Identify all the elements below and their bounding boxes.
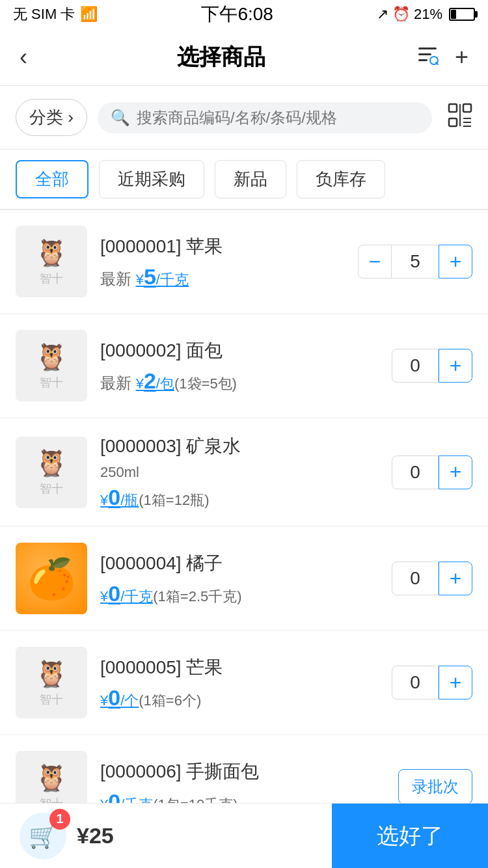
increase-button[interactable]: + [439, 349, 472, 383]
svg-rect-6 [463, 104, 471, 112]
quantity-input[interactable] [392, 666, 439, 699]
product-price: 最新 ¥2/包(1袋=5包) [100, 368, 379, 394]
product-name: [0000001] 苹果 [100, 234, 345, 259]
battery-icon [449, 8, 475, 21]
search-icon: 🔍 [111, 109, 130, 127]
carrier-label: 无 SIM 卡 [13, 5, 75, 24]
confirm-button[interactable]: 选好了 [332, 804, 488, 869]
quantity-control: + [392, 349, 472, 383]
tab-all[interactable]: 全部 [16, 160, 88, 198]
cart-button[interactable]: 1 🛒 [20, 813, 66, 860]
svg-rect-1 [418, 53, 431, 55]
product-name: [0000004] 橘子 [100, 551, 379, 576]
nav-bar: ‹ 选择商品 + [0, 29, 488, 86]
product-name: [0000005] 芒果 [100, 655, 379, 680]
nav-right-actions: + [416, 42, 468, 72]
increase-button[interactable]: + [439, 455, 472, 489]
list-item: 🦉 智十 [0000002] 面包 最新 ¥2/包(1袋=5包) + [0, 314, 488, 417]
product-info: [0000002] 面包 最新 ¥2/包(1袋=5包) [100, 338, 379, 394]
increase-button[interactable]: + [439, 562, 472, 595]
product-info: [0000003] 矿泉水 250ml ¥0/瓶(1箱=12瓶) [100, 434, 379, 510]
product-image: 🦉 智十 [16, 437, 87, 508]
status-left: 无 SIM 卡 📶 [13, 5, 98, 24]
battery-label: 21% [414, 6, 442, 23]
list-item: 🦉 智十 [0000001] 苹果 最新 ¥5/千克 − + [0, 210, 488, 313]
search-input[interactable] [137, 109, 419, 127]
quantity-input[interactable] [392, 349, 439, 383]
increase-button[interactable]: + [439, 245, 472, 278]
search-box: 🔍 [98, 102, 432, 133]
product-info: [0000001] 苹果 最新 ¥5/千克 [100, 234, 345, 290]
quantity-control: + [392, 666, 472, 699]
status-right: ↗ ⏰ 21% [377, 6, 475, 23]
product-price: ¥0/个(1箱=6个) [100, 685, 379, 711]
product-spec: 250ml [100, 464, 379, 481]
svg-rect-2 [418, 59, 427, 61]
product-image: 🍊 [16, 543, 87, 614]
product-name: [0000002] 面包 [100, 338, 379, 363]
increase-button[interactable]: + [439, 666, 472, 699]
bottom-bar: 1 🛒 ¥25 选好了 [0, 803, 488, 868]
scan-icon[interactable] [448, 103, 472, 133]
filter-button[interactable] [416, 42, 439, 72]
batch-button[interactable]: 录批次 [398, 769, 472, 804]
page-title: 选择商品 [177, 42, 265, 72]
category-button[interactable]: 分类 › [16, 99, 87, 136]
product-list: 🦉 智十 [0000001] 苹果 最新 ¥5/千克 − + 🦉 智十 [000… [0, 210, 488, 868]
quantity-input[interactable] [392, 245, 439, 278]
add-button[interactable]: + [455, 44, 468, 71]
quantity-input[interactable] [392, 455, 439, 489]
tab-recent[interactable]: 近期采购 [99, 160, 204, 198]
product-price: ¥0/瓶(1箱=12瓶) [100, 485, 379, 510]
tab-negative[interactable]: 负库存 [297, 160, 385, 198]
product-image: 🦉 智十 [16, 330, 87, 401]
quantity-control: + [392, 455, 472, 489]
svg-rect-5 [449, 104, 457, 112]
product-name: [0000006] 手撕面包 [100, 759, 385, 784]
filter-bar: 分类 › 🔍 [0, 86, 488, 150]
wifi-icon: 📶 [80, 6, 98, 23]
cart-total: ¥25 [77, 823, 114, 848]
product-image: 🦉 智十 [16, 647, 87, 718]
tab-new[interactable]: 新品 [215, 160, 286, 198]
product-info: [0000004] 橘子 ¥0/千克(1箱=2.5千克) [100, 551, 379, 606]
product-info: [0000005] 芒果 ¥0/个(1箱=6个) [100, 655, 379, 711]
product-name: [0000003] 矿泉水 [100, 434, 379, 459]
svg-rect-7 [449, 118, 457, 126]
list-item: 🦉 智十 [0000003] 矿泉水 250ml ¥0/瓶(1箱=12瓶) + [0, 418, 488, 526]
status-time: 下午6:08 [201, 2, 273, 27]
back-button[interactable]: ‹ [20, 44, 27, 71]
decrease-button[interactable]: − [358, 245, 392, 278]
tab-bar: 全部 近期采购 新品 负库存 [0, 150, 488, 210]
quantity-control: + [392, 562, 472, 595]
list-item: 🦉 智十 [0000005] 芒果 ¥0/个(1箱=6个) + [0, 631, 488, 734]
product-image: 🦉 智十 [16, 226, 87, 297]
quantity-input[interactable] [392, 562, 439, 595]
cart-section: 1 🛒 ¥25 [0, 813, 332, 860]
location-icon: ↗ [377, 6, 388, 23]
list-item: 🍊 [0000004] 橘子 ¥0/千克(1箱=2.5千克) + [0, 527, 488, 630]
product-price: 最新 ¥5/千克 [100, 264, 345, 290]
cart-badge: 1 [49, 809, 70, 830]
quantity-control: − + [358, 245, 472, 278]
status-bar: 无 SIM 卡 📶 下午6:08 ↗ ⏰ 21% [0, 0, 488, 29]
alarm-icon: ⏰ [392, 6, 410, 23]
svg-rect-0 [418, 47, 437, 49]
product-price: ¥0/千克(1箱=2.5千克) [100, 581, 379, 606]
